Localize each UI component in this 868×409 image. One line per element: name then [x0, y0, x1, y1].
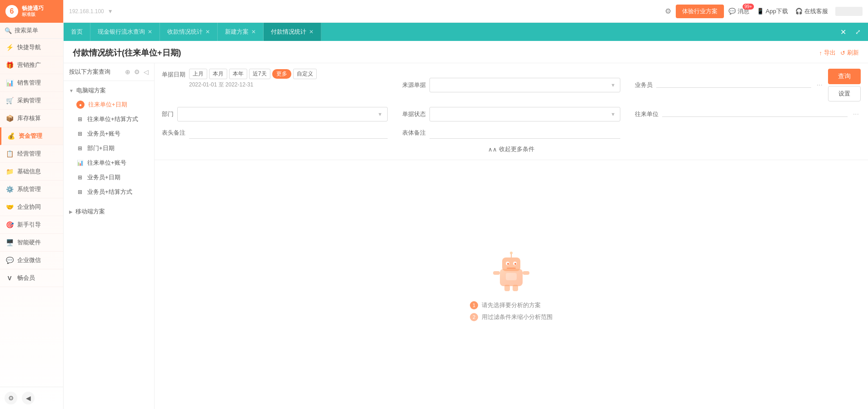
header-note-input[interactable]: [190, 129, 387, 136]
date-btn-this-year[interactable]: 本年: [229, 69, 247, 79]
date-btn-custom[interactable]: 自定义: [293, 69, 317, 79]
user-name-block: [835, 7, 863, 16]
filter-area: 单据日期 上月 本月 本年 近7天 更多 自定义 20: [155, 63, 868, 160]
source-label: 来源单据: [402, 81, 426, 89]
unit-dots-icon[interactable]: ···: [851, 110, 861, 118]
quick-nav-icon: ⚡: [5, 43, 14, 51]
header-note-input-area[interactable]: [189, 127, 388, 139]
scheme-table-icon-1: ⊞: [76, 116, 84, 123]
date-label: 单据日期: [162, 69, 185, 79]
sidebar-item-operation[interactable]: 📋 经营管理: [0, 145, 63, 163]
tab-home[interactable]: 首页: [64, 23, 90, 41]
user-avatar[interactable]: [835, 7, 863, 16]
close-all-tabs-icon[interactable]: ✕: [837, 23, 850, 41]
sidebar-item-quick-nav[interactable]: ⚡ 快捷导航: [0, 39, 63, 56]
date-btn-last-7[interactable]: 近7天: [249, 69, 270, 79]
online-service-btn[interactable]: 🎧 在线客服: [795, 7, 828, 15]
system-icon: ⚙️: [5, 185, 14, 193]
tab-close-payment[interactable]: ✕: [309, 29, 314, 35]
date-section: 上月 本月 本年 近7天 更多 自定义 2022-01-01 至 2022-12…: [189, 69, 317, 89]
scheme-table-icon-4: ⊞: [76, 174, 84, 181]
message-icon: 💬: [728, 8, 736, 15]
page-content: 付款情况统计(往来单位+日期) ↑ 导出 ↺ 刷新 按以下方案查询 ⊕: [64, 41, 868, 409]
dept-select[interactable]: ▼: [177, 107, 388, 121]
message-btn[interactable]: 💬 消息 99+: [728, 7, 749, 15]
salesman-input-area: [656, 83, 811, 88]
tip-number-1: 1: [470, 301, 478, 309]
tab-close-new-scheme[interactable]: ✕: [251, 29, 256, 35]
scheme-section-mobile: ▶ 移动端方案: [64, 202, 154, 221]
query-btn[interactable]: 查询: [828, 69, 861, 84]
tab-close-bank-flow[interactable]: ✕: [148, 29, 152, 35]
sidebar-item-guide[interactable]: 🎯 新手引导: [0, 216, 63, 234]
scheme-item-unit-account[interactable]: 📊 往来单位+账号: [64, 156, 154, 170]
header-right: 💬 消息 99+ 📱 App下载 🎧 在线客服: [728, 7, 863, 16]
collapse-sidebar-icon[interactable]: ◀: [22, 392, 35, 404]
sidebar-item-basic[interactable]: 📁 基础信息: [0, 163, 63, 181]
sidebar-item-system[interactable]: ⚙️ 系统管理: [0, 181, 63, 198]
collapse-scheme-icon[interactable]: ◁: [144, 68, 149, 76]
tab-close-receipt[interactable]: ✕: [205, 29, 210, 35]
scheme-item-salesman-settle[interactable]: ⊞ 业务员+结算方式: [64, 185, 154, 199]
date-btn-last-month[interactable]: 上月: [189, 69, 207, 79]
sidebar: 6 畅捷通巧 标准版 🔍 搜索菜单 ⚡ 快捷导航 🎁 营销推广 📊 销售管理 🛒…: [0, 0, 64, 409]
settings-icon[interactable]: ⚙: [665, 7, 671, 15]
scheme-item-salesman-date[interactable]: ⊞ 业务员+日期: [64, 170, 154, 185]
sidebar-item-vip[interactable]: V 畅会员: [0, 269, 63, 287]
right-content: 单据日期 上月 本月 本年 近7天 更多 自定义 20: [155, 63, 868, 409]
sidebar-item-purchase[interactable]: 🛒 采购管理: [0, 92, 63, 110]
filter-cell-header-note: 表头备注: [162, 127, 395, 139]
sidebar-item-marketing[interactable]: 🎁 营销推广: [0, 56, 63, 74]
sidebar-item-enterprise[interactable]: 🤝 企业协同: [0, 198, 63, 216]
tab-receipt-stats[interactable]: 收款情况统计 ✕: [160, 23, 218, 41]
tab-bar: 首页 现金银行流水查询 ✕ 收款情况统计 ✕ 新建方案 ✕ 付款情况统计 ✕ ✕…: [64, 23, 868, 41]
body-note-label: 表体备注: [402, 129, 426, 137]
salesman-dots-icon[interactable]: ···: [815, 81, 824, 89]
basic-icon: 📁: [5, 167, 14, 176]
gear-scheme-icon[interactable]: ⚙: [134, 68, 140, 76]
scheme-mobile-toggle[interactable]: ▶ 移动端方案: [64, 205, 154, 218]
logo-icon: 6: [5, 5, 18, 18]
source-select[interactable]: ▼: [429, 78, 621, 92]
refresh-btn[interactable]: ↺ 刷新: [840, 49, 859, 57]
search-menu[interactable]: 🔍 搜索菜单: [0, 23, 63, 39]
scheme-item-unit-date[interactable]: ● 往来单位+日期: [64, 97, 154, 112]
export-btn[interactable]: ↑ 导出: [819, 49, 836, 57]
sidebar-item-inventory[interactable]: 📦 库存核算: [0, 110, 63, 127]
trial-btn[interactable]: 体验行业方案: [676, 5, 724, 18]
scheme-table-icon-3: ⊞: [76, 145, 84, 152]
purchase-icon: 🛒: [5, 96, 14, 105]
date-btn-this-month[interactable]: 本月: [209, 69, 227, 79]
body-note-input-area[interactable]: [429, 127, 621, 139]
vip-icon: V: [5, 274, 14, 282]
scheme-pc-toggle[interactable]: ▼ 电脑端方案: [64, 84, 154, 97]
expand-tabs-icon[interactable]: ⤢: [852, 23, 864, 41]
filter-row-1: 单据日期 上月 本月 本年 近7天 更多 自定义 20: [162, 69, 861, 101]
tab-bank-flow[interactable]: 现金银行流水查询 ✕: [90, 23, 160, 41]
sidebar-item-wechat[interactable]: 💬 企业微信: [0, 252, 63, 269]
sidebar-item-sales[interactable]: 📊 销售管理: [0, 74, 63, 92]
app-download-btn[interactable]: 📱 App下载: [757, 7, 788, 15]
settings-btn[interactable]: 设置: [828, 86, 861, 101]
operation-icon: 📋: [5, 150, 14, 158]
bill-status-select[interactable]: ▼: [429, 107, 621, 121]
sidebar-item-finance[interactable]: 💰 资金管理: [0, 127, 63, 145]
sidebar-item-hardware[interactable]: 🖥️ 智能硬件: [0, 234, 63, 252]
bill-status-label: 单据状态: [402, 110, 426, 118]
tab-payment-stats[interactable]: 付款情况统计 ✕: [264, 23, 321, 41]
scheme-chart-icon: 📊: [76, 159, 84, 167]
scheme-item-dept-date[interactable]: ⊞ 部门+日期: [64, 141, 154, 156]
date-btn-more[interactable]: 更多: [272, 69, 291, 79]
query-btn-group: 查询 设置: [828, 69, 861, 101]
body-note-input[interactable]: [430, 129, 620, 136]
collapse-more-btn[interactable]: ∧∧ 收起更多条件: [162, 142, 861, 154]
settings-bottom-icon[interactable]: ⚙: [5, 392, 17, 404]
svg-rect-6: [507, 268, 516, 269]
tip-number-2: 2: [470, 313, 478, 321]
add-scheme-icon[interactable]: ⊕: [125, 68, 130, 76]
bill-status-arrow-icon: ▼: [610, 111, 615, 117]
address-dropdown-icon[interactable]: ▼: [108, 8, 113, 15]
scheme-item-unit-settle[interactable]: ⊞ 往来单位+结算方式: [64, 112, 154, 126]
scheme-item-salesman-account[interactable]: ⊞ 业务员+账号: [64, 126, 154, 141]
tab-new-scheme[interactable]: 新建方案 ✕: [218, 23, 264, 41]
